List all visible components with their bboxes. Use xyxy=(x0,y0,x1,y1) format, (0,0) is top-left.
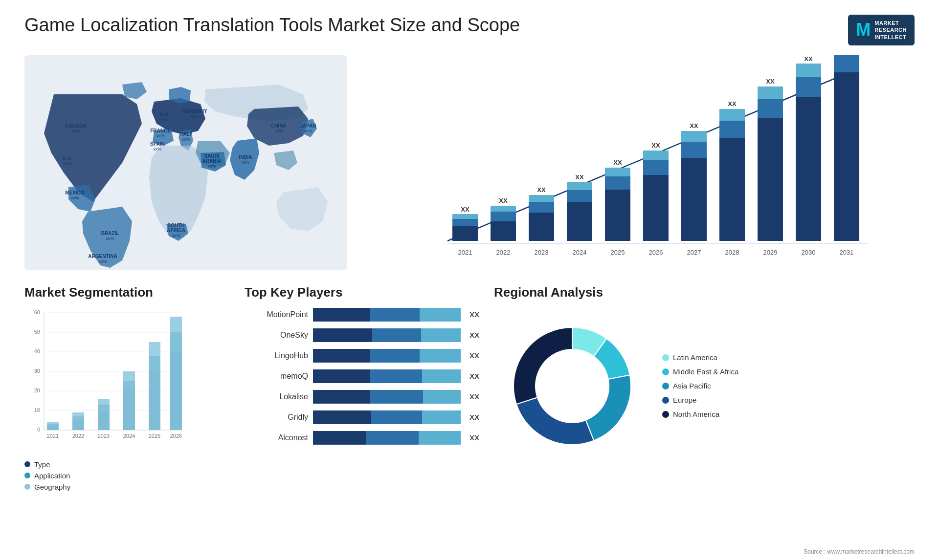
player-row: GridlyXX xyxy=(245,410,479,424)
svg-rect-67 xyxy=(681,131,707,142)
player-row: MotionPointXX xyxy=(245,308,479,322)
donut-slice xyxy=(586,375,631,440)
svg-text:SPAIN: SPAIN xyxy=(150,141,165,147)
svg-text:BRAZIL: BRAZIL xyxy=(101,231,119,236)
svg-rect-40 xyxy=(491,221,516,241)
legend-application: Application xyxy=(24,472,230,480)
legend-color-dot xyxy=(662,368,669,375)
player-value: XX xyxy=(470,310,479,319)
player-bar-wrap xyxy=(313,431,461,445)
legend-type: Type xyxy=(24,460,230,469)
svg-rect-51 xyxy=(567,190,592,202)
svg-rect-36 xyxy=(452,219,478,226)
svg-rect-55 xyxy=(605,190,630,241)
svg-text:ARGENTINA: ARGENTINA xyxy=(88,254,117,259)
svg-text:XX: XX xyxy=(804,55,813,63)
svg-rect-45 xyxy=(529,213,554,241)
player-bar xyxy=(313,308,461,322)
bar-segment xyxy=(370,308,420,322)
legend-type-dot xyxy=(24,461,30,467)
bar-segment xyxy=(313,308,370,322)
legend-label: Middle East & Africa xyxy=(673,367,738,376)
svg-rect-70 xyxy=(719,138,745,241)
svg-text:XX: XX xyxy=(766,78,775,85)
segmentation-legend: Type Application Geography xyxy=(24,460,230,491)
bar-segment xyxy=(420,349,461,363)
svg-text:2029: 2029 xyxy=(763,249,778,256)
svg-rect-35 xyxy=(452,226,478,241)
player-bar xyxy=(313,328,461,342)
regional-legend: Latin AmericaMiddle East & AfricaAsia Pa… xyxy=(662,353,738,418)
svg-text:10: 10 xyxy=(34,407,40,413)
logo-letter: M xyxy=(856,20,871,40)
header: Game Localization Translation Tools Mark… xyxy=(24,15,915,45)
svg-text:XX: XX xyxy=(728,100,737,108)
donut-slice xyxy=(514,327,572,404)
donut-wrap: Latin AmericaMiddle East & AfricaAsia Pa… xyxy=(494,308,915,464)
legend-geography: Geography xyxy=(24,483,230,491)
bar-chart-panel: XX 2021 XX 2022 XX 2023 XX 2024 xyxy=(362,55,915,270)
svg-text:xx%: xx% xyxy=(71,129,80,133)
bar-segment xyxy=(313,349,370,363)
svg-text:2027: 2027 xyxy=(687,249,701,256)
svg-rect-71 xyxy=(719,121,745,138)
svg-rect-42 xyxy=(491,206,516,212)
player-name: OneSky xyxy=(245,331,308,340)
svg-rect-60 xyxy=(643,175,669,241)
player-bar-wrap xyxy=(313,369,461,383)
bar-segment xyxy=(422,410,461,424)
regional-title: Regional Analysis xyxy=(494,285,915,300)
players-list: MotionPointXXOneSkyXXLingoHubXXmemoQXXLo… xyxy=(245,308,479,445)
svg-text:50: 50 xyxy=(34,329,40,335)
svg-text:20: 20 xyxy=(34,388,40,393)
svg-text:CHINA: CHINA xyxy=(271,123,287,129)
top-section: CANADA xx% U.S. xx% MEXICO xx% BRAZIL xx… xyxy=(24,55,915,270)
legend-item: Latin America xyxy=(662,353,738,362)
svg-text:2021: 2021 xyxy=(458,249,472,256)
player-bar xyxy=(313,369,461,383)
svg-text:2026: 2026 xyxy=(649,249,663,256)
svg-rect-126 xyxy=(98,399,110,430)
svg-text:2022: 2022 xyxy=(72,433,84,439)
legend-item: Middle East & Africa xyxy=(662,367,738,376)
player-value: XX xyxy=(470,351,479,360)
player-bar-wrap xyxy=(313,349,461,363)
svg-text:2025: 2025 xyxy=(611,249,625,256)
svg-text:XX: XX xyxy=(651,142,660,149)
player-bar-wrap xyxy=(313,390,461,404)
svg-text:ARABIA: ARABIA xyxy=(202,158,222,164)
bar-segment xyxy=(419,431,461,445)
donut-slice xyxy=(516,397,594,445)
svg-text:0: 0 xyxy=(37,427,40,432)
svg-text:xx%: xx% xyxy=(63,161,71,166)
svg-rect-125 xyxy=(72,412,84,430)
legend-color-dot xyxy=(662,411,669,418)
bar-segment xyxy=(420,308,461,322)
svg-rect-56 xyxy=(605,176,630,190)
svg-text:xx%: xx% xyxy=(172,233,180,238)
player-row: LokaliseXX xyxy=(245,390,479,404)
logo-text: MARKET RESEARCH INTELLECT xyxy=(874,20,907,41)
svg-rect-77 xyxy=(758,86,783,99)
logo: M MARKET RESEARCH INTELLECT xyxy=(848,15,915,45)
segmentation-chart: 0 10 20 30 40 50 60 2021 2022 2023 2024 xyxy=(24,308,191,454)
player-name: Gridly xyxy=(245,413,308,422)
svg-rect-82 xyxy=(796,64,821,77)
svg-text:xx%: xx% xyxy=(70,195,79,200)
svg-text:xx%: xx% xyxy=(181,137,190,142)
player-value: XX xyxy=(470,392,479,401)
svg-rect-85 xyxy=(834,72,859,241)
bar-segment xyxy=(313,369,370,383)
svg-text:AFRICA: AFRICA xyxy=(167,228,185,233)
player-name: memoQ xyxy=(245,372,308,381)
svg-text:CANADA: CANADA xyxy=(65,123,86,129)
svg-text:MEXICO: MEXICO xyxy=(65,190,85,195)
player-bar xyxy=(313,349,461,363)
svg-text:2023: 2023 xyxy=(98,433,110,439)
player-bar-wrap xyxy=(313,308,461,322)
legend-item: North America xyxy=(662,410,738,418)
bar-chart-svg: XX 2021 XX 2022 XX 2023 XX 2024 xyxy=(362,55,915,270)
svg-text:2024: 2024 xyxy=(123,433,135,439)
svg-rect-52 xyxy=(567,182,592,190)
player-value: XX xyxy=(470,433,479,442)
